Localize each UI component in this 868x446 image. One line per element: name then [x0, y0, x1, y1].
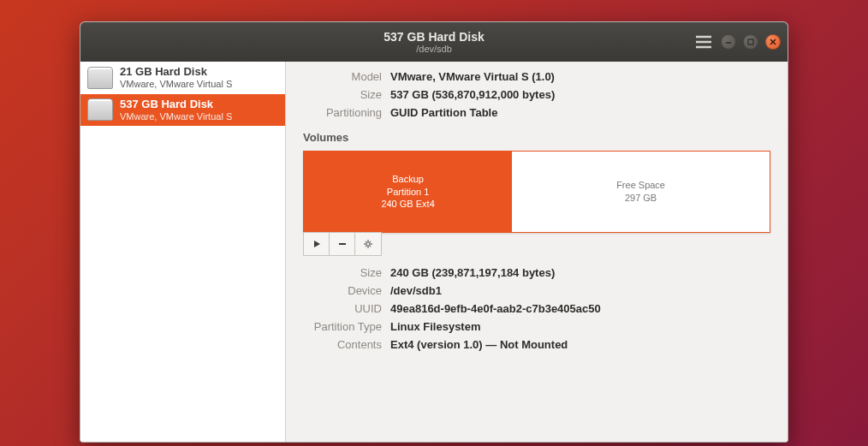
disk-list-item[interactable]: 21 GB Hard Disk VMware, VMware Virtual S: [80, 62, 285, 94]
disk-name: 21 GB Hard Disk: [120, 66, 232, 79]
disk-sublabel: VMware, VMware Virtual S: [120, 111, 232, 122]
value-model: VMware, VMware Virtual S (1.0): [390, 70, 770, 83]
hamburger-menu-button[interactable]: [693, 32, 714, 52]
volume-name: Backup: [392, 173, 424, 186]
partition-options-button[interactable]: [355, 233, 381, 255]
label-ptype: Partition Type: [303, 320, 382, 333]
volume-segment-partition[interactable]: Backup Partition 1 240 GB Ext4: [304, 152, 512, 232]
label-size: Size: [303, 88, 382, 101]
volumes-area: Backup Partition 1 240 GB Ext4 Free Spac…: [303, 151, 770, 256]
disk-name: 537 GB Hard Disk: [120, 98, 232, 111]
disk-properties: Model VMware, VMware Virtual S (1.0) Siz…: [303, 70, 770, 119]
titlebar: 537 GB Hard Disk /dev/sdb: [80, 22, 788, 62]
disk-detail-pane: Model VMware, VMware Virtual S (1.0) Siz…: [286, 62, 788, 442]
svg-point-9: [366, 242, 370, 246]
partition-properties: Size 240 GB (239,871,197,184 bytes) Devi…: [303, 266, 770, 351]
mount-button[interactable]: [304, 233, 330, 255]
value-uuid: 49ea816d-9efb-4e0f-aab2-c7b3e405ac50: [390, 302, 770, 315]
label-contents: Contents: [303, 338, 382, 351]
volumes-heading: Volumes: [303, 131, 770, 144]
disks-window: 537 GB Hard Disk /dev/sdb: [80, 21, 788, 443]
volume-bar: Backup Partition 1 240 GB Ext4 Free Spac…: [303, 151, 770, 233]
volume-sub: Partition 1: [387, 186, 430, 199]
value-size: 537 GB (536,870,912,000 bytes): [390, 88, 770, 101]
hard-disk-icon: [87, 98, 113, 121]
label-device: Device: [303, 284, 382, 297]
value-device: /dev/sdb1: [390, 284, 770, 297]
value-partitioning: GUID Partition Table: [390, 106, 770, 119]
disk-sublabel: VMware, VMware Virtual S: [120, 79, 232, 90]
label-uuid: UUID: [303, 302, 382, 315]
delete-partition-button[interactable]: [330, 233, 355, 255]
window-subtitle: /dev/sdb: [80, 44, 788, 55]
value-part-size: 240 GB (239,871,197,184 bytes): [390, 266, 770, 279]
volume-fs: 240 GB Ext4: [381, 198, 434, 211]
svg-rect-8: [339, 243, 346, 245]
volume-toolbar: [303, 232, 382, 256]
label-partitioning: Partitioning: [303, 106, 382, 119]
volume-sub: 297 GB: [625, 192, 657, 205]
volume-segment-free[interactable]: Free Space 297 GB: [512, 152, 770, 232]
disk-list-item[interactable]: 537 GB Hard Disk VMware, VMware Virtual …: [80, 94, 285, 127]
volume-name: Free Space: [616, 179, 665, 192]
label-model: Model: [303, 70, 382, 83]
disk-list-sidebar: 21 GB Hard Disk VMware, VMware Virtual S…: [80, 62, 286, 442]
hard-disk-icon: [87, 67, 113, 89]
minimize-button[interactable]: [721, 34, 736, 50]
value-ptype: Linux Filesystem: [390, 320, 770, 333]
window-body: 21 GB Hard Disk VMware, VMware Virtual S…: [80, 62, 788, 442]
close-button[interactable]: [765, 34, 781, 50]
window-title: 537 GB Hard Disk: [80, 30, 788, 44]
value-contents: Ext4 (version 1.0) — Not Mounted: [390, 338, 770, 351]
label-part-size: Size: [303, 266, 382, 279]
svg-marker-7: [314, 241, 320, 247]
svg-rect-4: [748, 39, 753, 45]
maximize-button[interactable]: [743, 34, 758, 50]
title-text: 537 GB Hard Disk /dev/sdb: [80, 30, 788, 55]
